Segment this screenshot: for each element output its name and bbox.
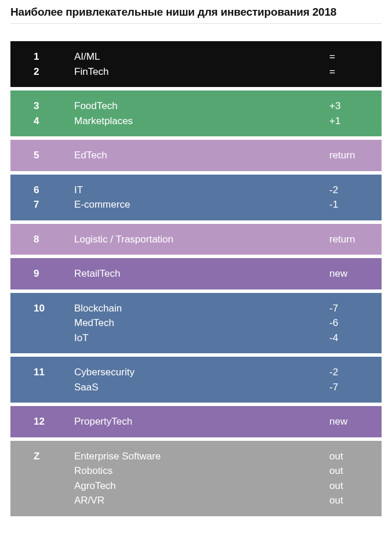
divider (10, 23, 382, 24)
change-cell: -2 (329, 365, 382, 380)
table-row: 4Marketplaces+1 (10, 114, 382, 129)
rank-group: 3FoodTech+34Marketplaces+1 (10, 90, 382, 136)
change-cell: return (329, 232, 382, 247)
niche-cell: MedTech (74, 316, 329, 331)
change-cell: -7 (329, 380, 382, 395)
change-cell: = (329, 64, 382, 79)
table-row: 11Cybersecurity-2 (10, 365, 382, 380)
table-row: AgroTechout (10, 479, 382, 494)
niche-cell: Enterprise Software (74, 449, 329, 464)
change-cell: out (329, 479, 382, 494)
rank-cell: 11 (10, 365, 74, 380)
niche-cell: IoT (74, 331, 329, 346)
niche-cell: Robotics (74, 463, 329, 479)
rank-cell: 7 (10, 197, 74, 212)
change-cell: -4 (329, 331, 382, 346)
niche-cell: AI/ML (74, 49, 329, 64)
change-cell: out (329, 493, 382, 508)
rank-group: 11Cybersecurity-2SaaS-7 (10, 357, 382, 403)
change-cell: new (329, 266, 382, 281)
niche-cell: AR/VR (74, 493, 329, 508)
niche-cell: E-commerce (74, 197, 329, 212)
table-row: ZEnterprise Softwareout (10, 449, 382, 464)
rank-group: 1AI/ML=2FinTech= (10, 41, 382, 87)
niche-cell: AgroTech (74, 479, 329, 494)
niche-cell: Marketplaces (74, 114, 329, 129)
rank-group: 10Blockchain-7MedTech-6IoT-4 (10, 293, 382, 354)
table-row: 3FoodTech+3 (10, 99, 382, 114)
change-cell: new (329, 414, 382, 429)
niche-cell: EdTech (74, 148, 329, 163)
change-cell: out (329, 463, 382, 479)
niche-cell: SaaS (74, 380, 329, 395)
change-cell: -2 (329, 183, 382, 198)
page-title: Наиболее привлекательные ниши для инвест… (10, 6, 382, 19)
niche-cell: PropertyTech (74, 414, 329, 429)
rank-group: 6IT-27E-commerce-1 (10, 175, 382, 220)
rank-cell: 3 (10, 99, 74, 114)
niche-cell: Logistic / Trasportation (74, 232, 329, 247)
table-row: 6IT-2 (10, 183, 382, 198)
niche-cell: FinTech (74, 64, 329, 79)
rank-group: 9RetailTechnew (10, 258, 382, 289)
change-cell: = (329, 49, 382, 64)
rank-group: 8Logistic / Trasportationreturn (10, 224, 382, 255)
table-row: 7E-commerce-1 (10, 197, 382, 212)
niches-table: 1AI/ML=2FinTech=3FoodTech+34Marketplaces… (10, 41, 382, 516)
niche-cell: Blockchain (74, 301, 329, 316)
change-cell: +1 (329, 114, 382, 129)
rank-cell: 12 (10, 414, 74, 429)
table-row: 1AI/ML= (10, 49, 382, 64)
rank-cell: 1 (10, 49, 74, 64)
change-cell: -6 (329, 316, 382, 331)
change-cell: out (329, 449, 382, 464)
rank-cell: 6 (10, 183, 74, 198)
rank-cell: 5 (10, 148, 74, 163)
niche-cell: IT (74, 183, 329, 198)
table-row: 2FinTech= (10, 64, 382, 79)
rank-group: ZEnterprise SoftwareoutRoboticsoutAgroTe… (10, 441, 382, 516)
niche-cell: FoodTech (74, 99, 329, 114)
table-row: 5EdTechreturn (10, 148, 382, 163)
change-cell: -7 (329, 301, 382, 316)
rank-cell: Z (10, 449, 74, 464)
rank-cell: 9 (10, 266, 74, 281)
table-row: IoT-4 (10, 331, 382, 346)
table-row: AR/VRout (10, 493, 382, 508)
table-row: SaaS-7 (10, 380, 382, 395)
table-row: Roboticsout (10, 463, 382, 479)
table-row: 10Blockchain-7 (10, 301, 382, 316)
rank-group: 5EdTechreturn (10, 140, 382, 171)
table-row: 12PropertyTechnew (10, 414, 382, 429)
change-cell: -1 (329, 197, 382, 212)
table-row: 8Logistic / Trasportationreturn (10, 232, 382, 247)
rank-cell: 10 (10, 301, 74, 316)
niche-cell: RetailTech (74, 266, 329, 281)
table-row: MedTech-6 (10, 316, 382, 331)
change-cell: +3 (329, 99, 382, 114)
rank-cell: 8 (10, 232, 74, 247)
table-row: 9RetailTechnew (10, 266, 382, 281)
rank-cell: 4 (10, 114, 74, 129)
rank-group: 12PropertyTechnew (10, 406, 382, 437)
niche-cell: Cybersecurity (74, 365, 329, 380)
rank-cell: 2 (10, 64, 74, 79)
change-cell: return (329, 148, 382, 163)
